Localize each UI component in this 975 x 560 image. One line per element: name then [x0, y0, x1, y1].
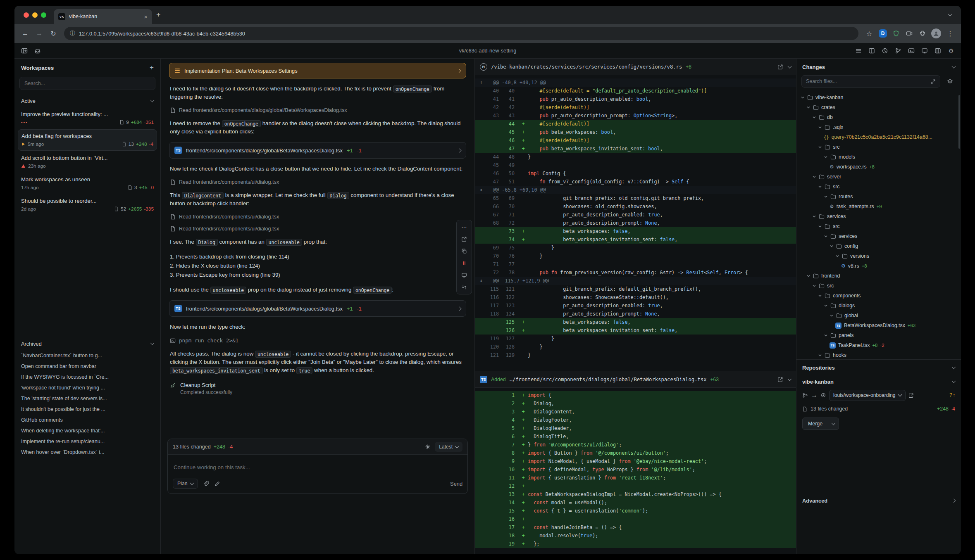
workspace-item[interactable]: Improve the preview functionality: ... •…	[18, 108, 157, 128]
open-external-icon[interactable]	[908, 393, 914, 398]
archived-item[interactable]: It shouldn't be possible for just the ..…	[14, 404, 160, 415]
tree-file[interactable]: {}query-70b21c5c0a2ba5c21c9c1132f14a68..…	[796, 132, 961, 142]
open-external-icon[interactable]	[777, 64, 783, 70]
tree-folder[interactable]: crates	[796, 102, 961, 112]
tree-folder[interactable]: panels	[796, 330, 961, 340]
tree-folder[interactable]: server	[796, 172, 961, 182]
archived-item[interactable]: If the WYSIWYG is focussed in `Cre...	[14, 372, 160, 382]
tree-folder[interactable]: .sqlx	[796, 122, 961, 132]
files-search-input[interactable]	[806, 78, 927, 84]
cleanup-script-status[interactable]: Cleanup Script Completed successfully	[170, 382, 465, 395]
collapse-panel-icon[interactable]	[788, 377, 792, 381]
tree-folder[interactable]: components	[796, 291, 961, 301]
tree-folder[interactable]: services	[796, 231, 961, 241]
browser-tab[interactable]: VK vibe-kanban ×	[54, 9, 152, 24]
close-window-button[interactable]	[24, 12, 29, 18]
terminal-icon[interactable]	[906, 45, 917, 56]
edited-file-card[interactable]: TS frontend/src/components/dialogs/globa…	[169, 142, 466, 159]
tree-file[interactable]: ⚙v8.rs+8	[796, 261, 961, 271]
active-section-header[interactable]: Active	[14, 94, 160, 107]
sparkle-icon[interactable]	[425, 444, 431, 450]
more-options-icon[interactable]: ⋯	[458, 222, 470, 233]
workspace-item-selected[interactable]: Add beta flag for workspaces 5m ago 13 +…	[18, 129, 157, 151]
expand-icon[interactable]	[930, 79, 936, 84]
diff-file-header[interactable]: R /vibe-kanban/crates/services/src/servi…	[475, 59, 796, 75]
send-button[interactable]: Send	[450, 481, 462, 487]
settings-gear-icon[interactable]: ⚙	[945, 45, 957, 56]
rows-icon[interactable]	[853, 45, 864, 56]
archived-item[interactable]: The 'starting' state of dev servers is..…	[14, 393, 160, 404]
display-icon[interactable]	[458, 270, 470, 280]
stash-icon[interactable]	[944, 75, 956, 88]
workspace-item[interactable]: Should be possible to reorder... 2d ago …	[18, 195, 157, 215]
tab-search-icon[interactable]	[944, 9, 955, 20]
repo-name-row[interactable]: vibe-kanban	[802, 375, 955, 388]
tree-folder[interactable]: src	[796, 142, 961, 152]
tree-folder[interactable]: models	[796, 152, 961, 162]
open-external-icon[interactable]	[777, 377, 783, 382]
conversation-scroll[interactable]: Implementation Plan: Beta Workspaces Set…	[161, 59, 474, 435]
inbox-icon[interactable]	[32, 45, 43, 56]
tree-folder[interactable]: services	[796, 211, 961, 221]
workspace-item[interactable]: Add scroll to bottom button in `Virt... …	[18, 152, 157, 172]
tree-file[interactable]: ⚙workspace.rs+8	[796, 162, 961, 172]
extension-shield-icon[interactable]	[891, 28, 901, 39]
archived-item[interactable]: 'workspace not found' when trying ...	[14, 382, 160, 393]
chevron-down-icon[interactable]	[952, 64, 956, 69]
tree-file[interactable]: TSTaskPanel.tsx+8-2	[796, 340, 961, 350]
tree-folder[interactable]: global	[796, 311, 961, 320]
profile-avatar[interactable]	[931, 28, 941, 38]
site-info-icon[interactable]: ⓘ	[70, 30, 75, 37]
files-search[interactable]	[801, 75, 940, 88]
copy-icon[interactable]	[458, 246, 470, 256]
tree-folder[interactable]: db	[796, 112, 961, 122]
tree-folder[interactable]: src	[796, 182, 961, 192]
tool-call-read[interactable]: Read frontend/src/components/ui/dialog.t…	[170, 214, 465, 220]
bookmark-star-icon[interactable]: ☆	[863, 27, 876, 40]
expand-hunk-icon[interactable]: ↕	[475, 277, 487, 285]
pen-icon[interactable]	[214, 481, 220, 487]
add-workspace-button[interactable]: +	[150, 64, 154, 72]
new-tab-button[interactable]: +	[156, 11, 161, 19]
pause-icon[interactable]	[458, 258, 470, 268]
archived-item[interactable]: When deleting the workspace that'...	[14, 425, 160, 436]
tree-file[interactable]: TSBetaWorkspacesDialog.tsx+63	[796, 320, 961, 330]
close-tab-icon[interactable]: ×	[144, 14, 148, 20]
open-external-icon[interactable]	[458, 234, 470, 244]
tree-file[interactable]: ⚙task_attempts.rs+9	[796, 202, 961, 211]
compare-icon[interactable]	[458, 282, 470, 292]
tool-call-read[interactable]: Read frontend/src/components/ui/dialog.t…	[170, 179, 465, 185]
columns-icon[interactable]	[932, 45, 944, 56]
archived-item[interactable]: GitHub comments	[14, 415, 160, 425]
message-input[interactable]	[168, 455, 467, 476]
collapse-panel-icon[interactable]	[788, 64, 792, 68]
browser-menu-icon[interactable]: ⋮	[944, 27, 957, 40]
merge-options-icon[interactable]	[828, 418, 839, 429]
archived-section-header[interactable]: Archived	[14, 337, 160, 350]
expand-hunk-icon[interactable]: ↑	[475, 78, 487, 87]
version-selector[interactable]: Latest	[435, 442, 462, 452]
implementation-plan-card[interactable]: Implementation Plan: Beta Workspaces Set…	[169, 63, 466, 78]
workspaces-search-input[interactable]	[19, 77, 155, 90]
diff-content[interactable]: ↑@@ -40,8 +40,12 @@4040 #[serde(default …	[475, 75, 796, 371]
chevron-down-icon[interactable]	[952, 365, 956, 369]
tool-call-read[interactable]: Read frontend/src/components/dialogs/glo…	[170, 107, 465, 113]
address-bar[interactable]: ⓘ 127.0.0.1:57095/workspaces/c63c9fd6-df…	[64, 27, 858, 40]
zoom-window-button[interactable]	[41, 12, 46, 18]
archived-item[interactable]: When hover over `Dropdown.tsx` i...	[14, 447, 160, 458]
attachment-icon[interactable]	[203, 481, 209, 487]
advanced-section-header[interactable]: Advanced	[802, 494, 955, 508]
archived-item[interactable]: Open command bar from navbar	[14, 361, 160, 372]
merge-button[interactable]: Merge	[803, 418, 828, 429]
split-view-icon[interactable]	[866, 45, 877, 56]
tree-folder[interactable]: dialogs	[796, 301, 961, 311]
tree-folder[interactable]: src	[796, 281, 961, 291]
mode-selector[interactable]: Plan	[173, 479, 198, 489]
usage-pie-icon[interactable]	[879, 45, 891, 56]
extension-d-icon[interactable]: D	[879, 29, 887, 38]
tool-call-terminal[interactable]: pnpm run check 2>&1	[170, 337, 465, 344]
diff-content[interactable]: 1+import {2+ Dialog,3+ DialogContent,4+ …	[475, 388, 796, 554]
back-button[interactable]: ←	[19, 27, 32, 40]
open-panel-icon[interactable]	[19, 45, 30, 56]
extensions-puzzle-icon[interactable]	[917, 28, 928, 39]
